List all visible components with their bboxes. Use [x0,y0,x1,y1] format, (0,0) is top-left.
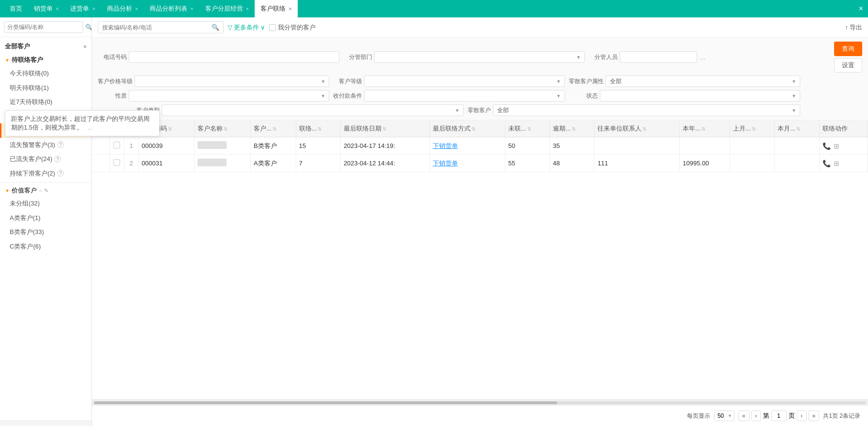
sidebar-item-ungrouped-label: 未分组(32) [10,200,40,207]
td-name-2-blur [198,159,227,166]
sidebar-item-class-a[interactable]: A类客户(1) [0,211,91,225]
nav-sales[interactable]: 销货单 × [28,0,64,17]
sidebar-item-class-b[interactable]: B类客户(33) [0,225,91,239]
th-last-month-label: 上月... [733,124,751,133]
filter-phone-label: 电话号码 [98,53,127,61]
filter-type-select[interactable] [162,104,464,116]
sidebar-item-declining[interactable]: 持续下滑客户(2) ? [0,166,91,181]
sidebar-item-lost-warning-label: 流失预警客户(3) [10,140,55,150]
next-page-btn[interactable]: › [797,411,807,421]
th-action-label: 联络动作 [822,125,848,132]
nav-purchase[interactable]: 进货单 × [64,0,101,17]
horizontal-scrollbar[interactable] [92,399,868,405]
tooltip-dots[interactable]: ... [87,124,92,131]
search-input[interactable] [102,24,212,31]
sidebar-value-customers-header[interactable]: ▼ 价值客户 ○ ✎ [0,185,91,196]
th-last-date-sort[interactable]: ⇅ [382,126,386,132]
sidebar-item-class-a-label: A类客户(1) [10,214,41,221]
sidebar-item-7days[interactable]: 近7天待联络(0) [0,95,91,109]
th-last-date-label: 最后联络日期 [344,124,381,133]
sidebar-collapse-icon[interactable]: « [83,43,87,50]
nav-purchase-close[interactable]: × [92,6,95,12]
row2-grid-icon[interactable]: ⊞ [834,160,839,167]
th-last-month-sort[interactable]: ⇅ [752,126,756,132]
nav-customer-contact-close[interactable]: × [289,6,291,12]
td-last-method-1-link[interactable]: 下销货单 [433,142,458,149]
th-overdue-sort[interactable]: ⇅ [572,126,576,132]
sidebar-all-customers[interactable]: 全部客户 « [0,39,91,54]
filter-level-select[interactable] [364,75,564,87]
search-icon[interactable]: 🔍 [212,24,219,31]
my-customers-checkbox[interactable]: 我分管的客户 [269,23,316,32]
nav-customer-contact[interactable]: 客户联络 × [255,0,297,17]
th-last-method-sort[interactable]: ⇅ [472,126,475,132]
th-code-sort[interactable]: ⇅ [168,126,172,132]
first-page-btn[interactable]: « [738,411,749,421]
export-btn[interactable]: ↑ 导出 [845,23,863,32]
content-area: 🔍 ▽ 更多条件 ∨ 我分管的客户 ↑ 导出 电话号码 [92,17,868,426]
prev-page-btn[interactable]: ‹ [751,411,761,421]
nav-analysis-list[interactable]: 商品分析列表 × [144,0,199,17]
sidebar-item-lost-warning[interactable]: 流失预警客户(3) ? [0,138,91,152]
th-unit-contact-sort[interactable]: ⇅ [642,126,646,132]
th-this-year-sort[interactable]: ⇅ [701,126,705,132]
filter-gender-select[interactable] [129,90,329,102]
sidebar-search-icon[interactable]: 🔍 [85,24,92,31]
th-type-label: 客户... [254,124,272,133]
sidebar-item-today-label: 今天待联络(0) [10,70,49,77]
row1-checkbox[interactable] [113,142,120,148]
sidebar-item-tomorrow[interactable]: 明天待联络(1) [0,81,91,95]
td-last-method-2-link[interactable]: 下销货单 [433,160,458,167]
filter-payment-select[interactable] [364,90,564,102]
sidebar-item-today[interactable]: 今天待联络(0) [0,66,91,81]
nav-customer-mgmt[interactable]: 客户分层经营 × [199,0,255,17]
th-contact-sort[interactable]: ⇅ [318,126,321,132]
filter-dept-select[interactable] [374,51,585,63]
filter-retail-select[interactable]: 全部 [606,75,800,87]
filter-price-select[interactable] [135,75,329,87]
row2-checkbox[interactable] [113,159,120,166]
th-last-date: 最后联络日期 ⇅ [340,120,429,137]
filter-retail2-select[interactable]: 全部 [493,104,801,116]
nav-analysis[interactable]: 商品分析 × [101,0,144,17]
page-input[interactable] [771,411,787,421]
th-type-sort[interactable]: ⇅ [273,126,276,132]
setting-button[interactable]: 设置 [834,58,862,73]
more-conditions-btn[interactable]: ▽ 更多条件 ∨ [228,23,265,32]
table-container: ⚙ # 客户编码 ⇅ [92,120,868,399]
filter-dept: 分管部门 ▼ [343,51,585,63]
filter-status-select[interactable] [600,90,800,102]
person-dots-icon[interactable]: ... [700,54,705,61]
td-this-month-1 [775,137,819,155]
scrollbar-thumb[interactable] [94,401,557,404]
window-close-button[interactable]: × [859,4,863,13]
th-uncontacted-sort[interactable]: ⇅ [527,126,531,132]
sidebar-value-edit-icon[interactable]: ✎ [44,188,48,194]
my-customers-check[interactable] [269,24,276,31]
query-button[interactable]: 查询 [834,42,862,56]
sidebar-item-ungrouped[interactable]: 未分组(32) [0,196,91,211]
sidebar-item-lost[interactable]: 已流失客户(24) ? [0,152,91,166]
td-uncontacted-1: 50 [505,137,549,155]
nav-analysis-list-close[interactable]: × [190,6,193,12]
action-buttons: 查询 设置 [834,42,862,73]
row1-phone-icon[interactable]: 📞 [822,142,831,150]
filter-phone-input[interactable] [129,51,339,63]
filter-price-label: 客户价格等级 [98,77,133,86]
page-prefix-label: 第 [763,411,769,420]
th-name-sort[interactable]: ⇅ [224,126,228,132]
sidebar-item-class-c[interactable]: C类客户(6) [0,239,91,254]
sidebar-search-input[interactable] [4,21,83,33]
nav-sales-close[interactable]: × [56,6,59,12]
nav-home[interactable]: 首页 [4,0,28,17]
row1-grid-icon[interactable]: ⊞ [834,142,839,150]
per-page-arrow: ▼ [728,413,732,418]
th-this-month-sort[interactable]: ⇅ [796,126,800,132]
td-action-2: 📞 ⊞ [819,155,868,172]
td-num-2: 2 [124,155,138,172]
nav-analysis-close[interactable]: × [135,6,138,12]
nav-customer-mgmt-close[interactable]: × [246,6,249,12]
filter-person-input[interactable] [620,51,697,63]
row2-phone-icon[interactable]: 📞 [822,160,831,167]
last-page-btn[interactable]: » [808,411,820,421]
